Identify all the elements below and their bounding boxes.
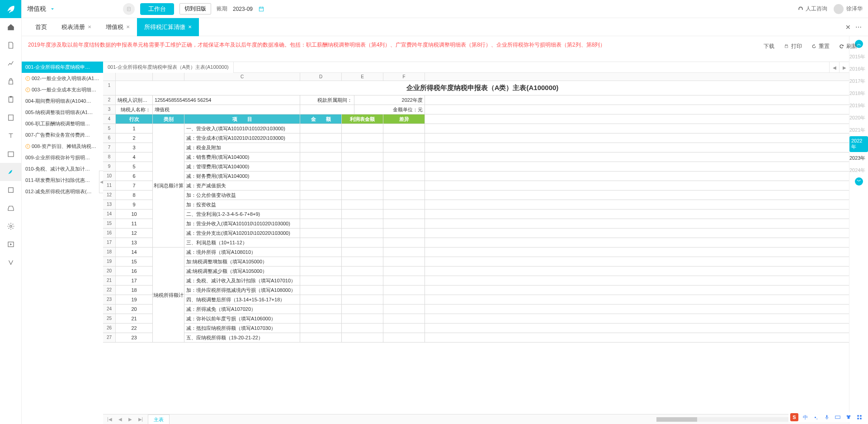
amount-cell[interactable] — [300, 143, 342, 152]
diff-cell[interactable] — [383, 229, 425, 238]
amount-cell[interactable] — [300, 305, 342, 314]
year-item[interactable]: 2015年 — [849, 51, 868, 63]
sheet-nav-next[interactable]: ▶ — [127, 417, 133, 422]
page-tab[interactable]: 首页 — [28, 18, 54, 36]
form-list-item[interactable]: 003-一般企业成本支出明细… — [22, 84, 103, 95]
diff-cell[interactable] — [383, 124, 425, 133]
nav-report-icon[interactable] — [0, 109, 21, 127]
plamount-cell[interactable] — [342, 286, 383, 295]
plamount-cell[interactable] — [342, 324, 383, 333]
plamount-cell[interactable] — [342, 314, 383, 323]
year-item[interactable]: 2019年 — [849, 100, 868, 112]
page-tab[interactable]: 所得税汇算清缴✕ — [137, 18, 199, 36]
amount-cell[interactable] — [300, 162, 342, 171]
nav-clipboard-icon[interactable] — [0, 91, 21, 109]
form-list-item[interactable]: 006-职工薪酬纳税调整明细… — [22, 118, 103, 129]
amount-cell[interactable] — [300, 229, 342, 238]
sheet-nav-last[interactable]: ▶| — [137, 417, 145, 422]
page-tab[interactable]: 增值税✕ — [99, 18, 137, 36]
plamount-cell[interactable] — [342, 333, 383, 342]
nav-calendar-icon[interactable] — [0, 145, 21, 163]
plamount-cell[interactable] — [342, 276, 383, 285]
form-list-item[interactable]: 008-资产折旧、摊销及纳税… — [22, 141, 103, 152]
tab-close-icon[interactable]: ✕ — [845, 24, 851, 31]
nav-v-icon[interactable] — [0, 253, 21, 272]
form-list-item[interactable]: 007-广告费和业务宣传费跨… — [22, 129, 103, 141]
form-list-item[interactable]: 004-期间费用明细表(A1040… — [22, 95, 103, 107]
ime-keyboard-icon[interactable] — [834, 413, 842, 421]
year-item[interactable]: 2018年 — [849, 87, 868, 100]
amount-cell[interactable] — [300, 286, 342, 295]
amount-cell[interactable] — [300, 191, 342, 200]
tab-close-icon[interactable]: ✕ — [126, 24, 130, 29]
workbench-button[interactable]: 工作台 — [140, 3, 174, 15]
form-list-item[interactable]: 001-企业所得税年度纳税申… — [22, 62, 103, 73]
plamount-cell[interactable] — [342, 124, 383, 133]
ime-toolbox-icon[interactable] — [855, 413, 863, 421]
diff-cell[interactable] — [383, 324, 425, 333]
plamount-cell[interactable] — [342, 267, 383, 276]
amount-cell[interactable] — [300, 248, 342, 257]
nav-tax-icon[interactable] — [0, 163, 21, 181]
diff-cell[interactable] — [383, 162, 425, 171]
year-item[interactable]: 2022年 — [849, 136, 868, 152]
plamount-cell[interactable] — [342, 248, 383, 257]
form-list-item[interactable]: 005-纳税调整项目明细表(A1… — [22, 107, 103, 118]
diff-cell[interactable] — [383, 295, 425, 304]
diff-cell[interactable] — [383, 133, 425, 143]
amount-cell[interactable] — [300, 276, 342, 285]
nav-home-icon[interactable] — [0, 18, 21, 36]
sheet-tab[interactable]: 001-企业所得税年度纳税申报表（A类）主表(A100000) — [103, 62, 234, 73]
year-item[interactable]: 2024年 — [849, 164, 868, 176]
form-list-item[interactable]: 011-研发费用加计扣除优惠… — [22, 175, 103, 186]
calendar-icon[interactable] — [258, 6, 264, 12]
year-item[interactable]: 2016年 — [849, 63, 868, 75]
diff-cell[interactable] — [383, 286, 425, 295]
form-list-item[interactable]: 010-免税、减计收入及加计… — [22, 163, 103, 175]
amount-cell[interactable] — [300, 295, 342, 304]
diff-cell[interactable] — [383, 267, 425, 276]
tab-more-icon[interactable]: ⋯ — [855, 24, 862, 31]
plamount-cell[interactable] — [342, 133, 383, 143]
amount-cell[interactable] — [300, 152, 342, 162]
plamount-cell[interactable] — [342, 210, 383, 219]
plamount-cell[interactable] — [342, 143, 383, 152]
diff-cell[interactable] — [383, 238, 425, 247]
year-scroll-down[interactable]: ︾ — [855, 177, 863, 186]
nav-chart-icon[interactable] — [0, 54, 21, 72]
form-list-item[interactable]: 009-企业所得税弥补亏损明… — [22, 152, 103, 163]
sheet-tab-next[interactable]: ▶ — [839, 62, 849, 73]
amount-cell[interactable] — [300, 200, 342, 209]
amount-cell[interactable] — [300, 324, 342, 333]
page-tab[interactable]: 税表清册✕ — [54, 18, 99, 36]
diff-cell[interactable] — [383, 210, 425, 219]
plamount-cell[interactable] — [342, 152, 383, 162]
nav-inbox-icon[interactable] — [0, 199, 21, 217]
entity-selector[interactable]: 增值税 — [27, 5, 118, 13]
tab-close-icon[interactable]: ✕ — [88, 24, 91, 29]
year-item[interactable]: 2021年 — [849, 124, 868, 136]
amount-cell[interactable] — [300, 133, 342, 143]
diff-cell[interactable] — [383, 191, 425, 200]
diff-cell[interactable] — [383, 248, 425, 257]
collapse-handle[interactable]: ◀ — [99, 171, 103, 193]
year-item[interactable]: 2020年 — [849, 112, 868, 124]
sheet-nav-first[interactable]: |◀ — [106, 417, 113, 422]
ime-voice-icon[interactable] — [823, 413, 831, 421]
refresh-button[interactable]: 刷新 — [839, 43, 857, 50]
plamount-cell[interactable] — [342, 219, 383, 228]
print-button[interactable]: 打印 — [783, 43, 802, 50]
ime-lang-icon[interactable]: 中 — [801, 413, 809, 421]
amount-cell[interactable] — [300, 333, 342, 342]
year-item[interactable]: 2017年 — [849, 75, 868, 87]
diff-cell[interactable] — [383, 181, 425, 190]
plamount-cell[interactable] — [342, 295, 383, 304]
amount-cell[interactable] — [300, 267, 342, 276]
sheet-tab-prev[interactable]: ◀ — [829, 62, 839, 73]
amount-cell[interactable] — [300, 314, 342, 323]
plamount-cell[interactable] — [342, 172, 383, 181]
diff-cell[interactable] — [383, 143, 425, 152]
sheet-nav-prev[interactable]: ◀ — [117, 417, 123, 422]
amount-cell[interactable] — [300, 219, 342, 228]
plamount-cell[interactable] — [342, 191, 383, 200]
